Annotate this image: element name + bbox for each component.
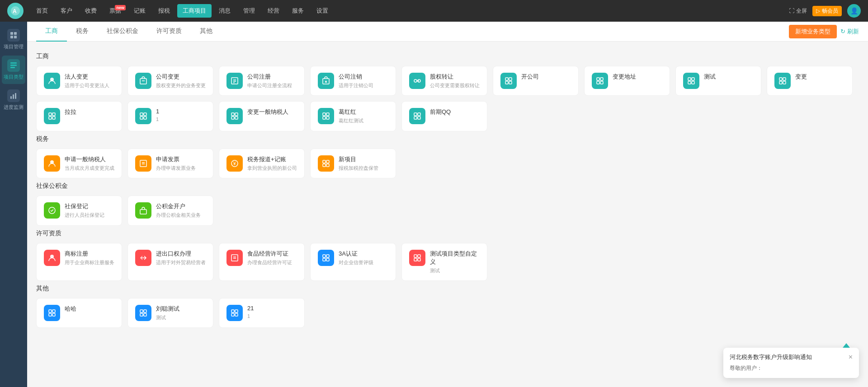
refresh-button[interactable]: ↻ 刷新 [840,28,859,36]
card-provident-fund[interactable]: 公积金开户 办理公积金相关业务 [127,196,213,225]
nav-client[interactable]: 客户 [55,4,78,18]
nav-right-area: ⛶ 全屏 ▷ 畅会员 👤 [789,4,861,18]
card-icon-21 [226,305,243,321]
fullscreen-btn[interactable]: ⛶ 全屏 [789,7,807,15]
card-desc: 适用于对外贸易经营者 [156,259,206,266]
svg-rect-50 [231,117,234,119]
nav-bookkeeping[interactable]: 记账 [128,4,151,18]
nav-admin[interactable]: 管理 [238,4,260,18]
card-lala[interactable]: 拉拉 [36,101,122,131]
card-tax-report[interactable]: ¥ 税务报道+记账 拿到营业执照的新公司 [219,149,305,178]
card-open-company[interactable]: 开公司 [493,66,579,96]
svg-text:¥: ¥ [233,161,236,166]
card-icon-geh [318,108,334,124]
svg-rect-87 [140,310,143,312]
sidebar-item-project-manage[interactable]: 项目管理 [2,25,25,54]
card-name: 食品经营许可证 [247,250,297,258]
svg-rect-94 [235,313,238,316]
tab-license[interactable]: 许可资质 [147,22,191,42]
nav-tax[interactable]: 报税 [153,4,175,18]
card-info: 变更地址 [613,73,662,82]
svg-point-21 [414,79,417,82]
card-icon-trademark [44,250,60,266]
card-name: 公司注销 [339,73,388,81]
card-haha[interactable]: 哈哈 [36,298,122,328]
member-btn[interactable]: ▷ 畅会员 [812,6,842,16]
card-icon-address [592,73,608,89]
card-name: 3A认证 [339,250,388,258]
notification-title: 河北税务数字账户升级影响通知 [730,353,812,361]
card-apply-invoice[interactable]: 申请发票 办理申请发票业务 [127,149,213,178]
notification-close-btn[interactable]: × [849,354,853,361]
card-info: 商标注册 用于企业商标注册服务 [65,250,114,266]
nav-business[interactable]: 工商项目 [177,4,212,18]
nav-home[interactable]: 首页 [31,4,53,18]
svg-rect-5 [10,62,17,64]
card-21[interactable]: 21 1 [219,298,305,328]
top-navigation: A 首页 客户 收费 票据 new 记账 报税 工商项目 消息 管理 经营 服务… [0,0,868,22]
card-qq[interactable]: 前期QQ [401,101,487,131]
project-manage-icon [7,29,20,42]
card-3a[interactable]: 3A认证 对企业信誉评级 [310,243,396,281]
card-trademark[interactable]: 商标注册 用于企业商标注册服务 [36,243,122,281]
add-type-button[interactable]: 新增业务类型 [789,25,837,38]
svg-rect-81 [414,258,417,261]
play-icon: ▷ [816,8,820,14]
svg-rect-82 [418,258,420,261]
nav-ticket[interactable]: 票据 new [104,4,127,18]
svg-rect-59 [418,117,420,119]
svg-rect-77 [323,258,326,261]
card-change-tax[interactable]: 变更一般纳税人 [219,101,305,131]
card-icon-change2 [774,73,791,89]
tab-other[interactable]: 其他 [191,22,222,42]
svg-rect-10 [15,93,16,99]
card-change-address[interactable]: 变更地址 [584,66,670,96]
nav-fee[interactable]: 收费 [80,4,102,18]
card-company-change[interactable]: 公司变更 股权变更外的业务变更 [127,66,213,96]
card-liucong[interactable]: 刘聪测试 测试 [127,298,213,328]
app-logo: A [7,3,24,19]
card-1[interactable]: 1 1 [127,101,213,131]
card-info: 测试 [704,73,754,82]
card-info: 拉拉 [65,108,114,117]
svg-rect-40 [49,113,52,116]
card-social-security[interactable]: 社保登记 进行人员社保登记 [36,196,122,225]
svg-rect-45 [144,113,146,116]
nav-operation[interactable]: 经营 [262,4,285,18]
nav-service[interactable]: 服务 [287,4,309,18]
card-gehonghong[interactable]: 葛红红 葛红红测试 [310,101,396,131]
card-test-type[interactable]: 测试项目类型自定义 测试 [401,243,487,281]
card-desc: 用于企业商标注册服务 [65,259,114,266]
user-avatar[interactable]: 👤 [847,4,861,18]
card-food-license[interactable]: 食品经营许可证 办理食品经营许可证 [219,243,305,281]
card-test[interactable]: 测试 [675,66,761,96]
sidebar-item-progress[interactable]: 进度监测 [2,86,25,114]
svg-rect-47 [144,117,146,119]
tab-social[interactable]: 社保公积金 [98,22,147,42]
tab-business[interactable]: 工商 [36,22,67,42]
svg-rect-52 [323,113,326,116]
sidebar-item-project-type[interactable]: 项目类型 [2,56,25,84]
card-desc: 1 [247,313,297,320]
card-desc: 办理食品经营许可证 [247,259,297,266]
card-legal-change[interactable]: 法人变更 适用于公司变更法人 [36,66,122,96]
card-desc: 公司变更需要股权转让 [430,82,480,89]
card-new-project[interactable]: 新项目 报税加税控盘保管 [310,149,396,178]
sidebar-label: 项目管理 [4,43,24,50]
card-equity-transfer[interactable]: 股权转让 公司变更需要股权转让 [401,66,487,96]
nav-settings[interactable]: 设置 [311,4,334,18]
card-change2[interactable]: 变更 [767,66,853,96]
card-company-cancel[interactable]: 公司注销 适用于注销公司 [310,66,396,96]
card-apply-tax[interactable]: 申请一般纳税人 当月或次月成变更完成 [36,149,122,178]
card-icon-lala [44,108,60,124]
card-info: 进出口权办理 适用于对外贸易经营者 [156,250,206,266]
section-title-business: 工商 [36,52,859,61]
tab-tax[interactable]: 税务 [67,22,98,42]
svg-rect-55 [326,117,329,119]
card-company-register[interactable]: 公司注册 申请公司注册全流程 [219,66,305,96]
card-import-export[interactable]: 进出口权办理 适用于对外贸易经营者 [127,243,213,281]
svg-rect-27 [509,81,512,84]
card-info: 申请发票 办理申请发票业务 [156,155,206,172]
nav-message[interactable]: 消息 [213,4,236,18]
svg-rect-56 [414,113,417,116]
